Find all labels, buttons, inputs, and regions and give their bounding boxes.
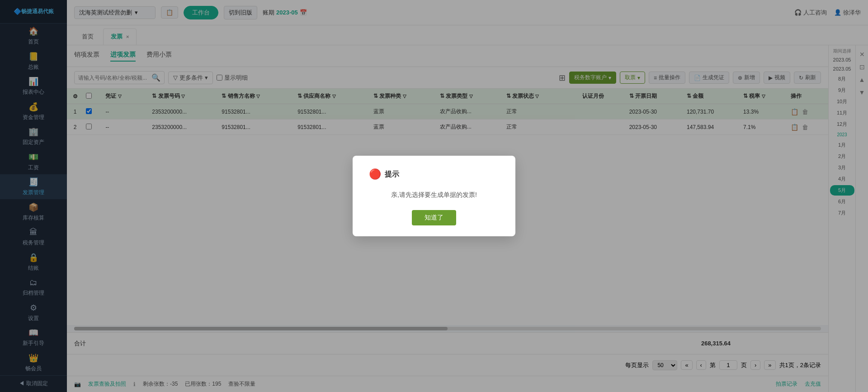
modal-footer: 知道了 — [412, 210, 456, 225]
modal-body: 亲,请先选择要生成单据的发票! — [391, 187, 477, 203]
modal-title: 提示 — [385, 170, 399, 179]
warning-icon: 🔴 — [369, 168, 381, 180]
modal-ok-btn[interactable]: 知道了 — [412, 210, 456, 225]
modal-overlay: 🔴 提示 亲,请先选择要生成单据的发票! 知道了 — [0, 0, 868, 392]
modal-dialog: 🔴 提示 亲,请先选择要生成单据的发票! 知道了 — [353, 156, 515, 236]
modal-header: 🔴 提示 — [369, 168, 399, 180]
